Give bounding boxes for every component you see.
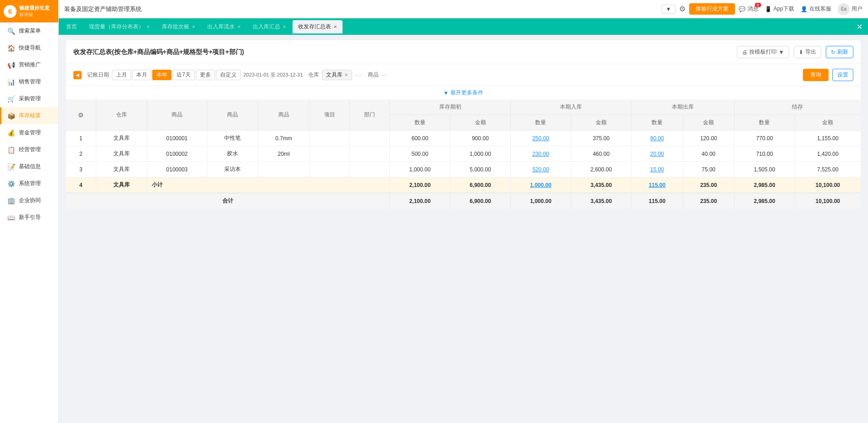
cell-init-qty: 500.00 [390, 146, 450, 162]
tab-stock-dist[interactable]: 现货量（库存分布表） ✕ [83, 20, 155, 33]
cell-out-qty[interactable]: 15.00 [631, 162, 683, 177]
online-service-button[interactable]: 👤 在线客服 [801, 5, 831, 13]
table-settings-icon[interactable]: ⚙ [78, 111, 84, 119]
col-warehouse-header: 仓库 [96, 99, 147, 131]
warehouse-tag-close[interactable]: ✕ [344, 72, 348, 77]
cell-in-qty[interactable]: 520.00 [510, 162, 571, 177]
close-all-tabs-button[interactable]: ✕ [853, 22, 866, 31]
export-button[interactable]: ⬇ 导出 [794, 46, 821, 58]
tab-close-inout-flow[interactable]: ✕ [237, 24, 241, 29]
sidebar-item-guide[interactable]: 📖 新手引导 [0, 209, 58, 226]
sidebar-item-label: 经营管理 [19, 146, 41, 154]
cell-project [310, 131, 350, 146]
cell-init-qty: 1,000.00 [390, 162, 450, 177]
expand-filter-button[interactable]: ▼ 展开更多条件 [443, 89, 484, 97]
sidebar: 6 畅捷通好生意 标准版 🔍 搜索菜单 🏠 快捷导航 📢 营销推广 📊 销售管理… [0, 0, 59, 423]
subtotal-out-qty[interactable]: 115.00 [631, 177, 683, 193]
tab-close-receive-summary[interactable]: ✕ [333, 24, 337, 29]
tab-close-batch[interactable]: ✕ [192, 24, 195, 29]
cell-name: 胶水 [207, 146, 258, 162]
sidebar-item-quick-nav[interactable]: 🏠 快捷导航 [0, 39, 58, 56]
warehouse-filter-label: 仓库 [308, 71, 319, 79]
cell-end-amt: 1,155.00 [795, 131, 861, 146]
total-in-amt: 3,435.00 [571, 193, 631, 209]
tabbar: 首页 现货量（库存分布表） ✕ 库存批次账 ✕ 出入库流水 ✕ 出入库汇总 ✕ … [59, 18, 868, 35]
tab-home[interactable]: 首页 [61, 20, 83, 33]
set-button[interactable]: 设置 [832, 69, 853, 81]
sidebar-item-finance[interactable]: 💰 资金管理 [0, 124, 58, 141]
cell-in-qty[interactable]: 230.00 [510, 146, 571, 162]
sidebar-item-business[interactable]: 📋 经营管理 [0, 141, 58, 158]
total-init-qty: 2,100.00 [390, 193, 450, 209]
cell-in-qty[interactable]: 250.00 [510, 131, 571, 146]
sidebar-item-purchase[interactable]: 🛒 采购管理 [0, 90, 58, 107]
tab-batch[interactable]: 库存批次账 ✕ [156, 20, 201, 33]
cell-code: 0100001 [147, 131, 207, 146]
refresh-button[interactable]: ↻ 刷新 [826, 46, 853, 58]
date-btn-last-month[interactable]: 上月 [112, 70, 131, 80]
date-btn-this-month[interactable]: 本月 [132, 70, 151, 80]
subtotal-in-qty[interactable]: 1,000.00 [510, 177, 571, 193]
col-end-header: 结存 [734, 99, 861, 115]
sidebar-item-sales[interactable]: 📊 销售管理 [0, 73, 58, 90]
table-row: 1 文具库 0100001 中性笔 0.7mm 600.00 900.00 25… [66, 131, 861, 146]
tab-close-stock-dist[interactable]: ✕ [146, 24, 150, 29]
settings-icon[interactable]: ⚙ [679, 5, 686, 13]
topbar: 装备及固定资产辅助管理系统 ▼ ⚙ 体验行业方案 💬 消息 6 📱 App下载 … [59, 0, 868, 18]
product-more[interactable]: ··· [381, 72, 389, 78]
date-btn-custom[interactable]: 自定义 [216, 70, 241, 80]
col-end-amt: 金额 [795, 115, 861, 131]
query-button[interactable]: 查询 [803, 69, 829, 81]
cell-code: 0100002 [147, 146, 207, 162]
col-settings[interactable]: ⚙ [66, 99, 96, 131]
marketing-icon: 📢 [7, 61, 15, 69]
cell-dept [349, 162, 390, 177]
cell-out-qty[interactable]: 20.00 [631, 146, 683, 162]
subtotal-init-qty: 2,100.00 [390, 177, 450, 193]
cell-end-qty: 1,505.00 [734, 162, 795, 177]
message-button[interactable]: 💬 消息 6 [739, 5, 758, 13]
date-buttons: 上月 本月 本年 近7天 更多 自定义 [112, 70, 241, 80]
trial-button[interactable]: 体验行业方案 [689, 3, 735, 15]
system-dropdown[interactable]: ▼ [662, 5, 675, 14]
expand-filter-row: ▼ 展开更多条件 [66, 86, 861, 99]
tab-inout-summary[interactable]: 出入库汇总 ✕ [247, 20, 292, 33]
sidebar-item-system[interactable]: ⚙️ 系统管理 [0, 175, 58, 192]
warehouse-more[interactable]: ··· [355, 72, 362, 78]
cell-dept [349, 146, 390, 162]
avatar: Ea [838, 3, 850, 15]
sidebar-item-marketing[interactable]: 📢 营销推广 [0, 56, 58, 73]
sidebar-item-inventory[interactable]: 📦 库存核算 [0, 107, 58, 124]
sidebar-item-label: 快捷导航 [19, 44, 41, 52]
sidebar-item-search[interactable]: 🔍 搜索菜单 [0, 22, 58, 39]
app-download-button[interactable]: 📱 App下载 [765, 5, 794, 13]
subtotal-out-amt: 235.00 [683, 177, 734, 193]
tab-close-inout-summary[interactable]: ✕ [282, 24, 286, 29]
tab-inout-flow[interactable]: 出入库流水 ✕ [202, 20, 246, 33]
cell-out-qty[interactable]: 80.00 [631, 131, 683, 146]
total-in-qty: 1,000.00 [510, 193, 571, 209]
filter-collapse-button[interactable]: ◀ [73, 71, 82, 79]
sidebar-item-enterprise[interactable]: 🏢 企业协同 [0, 192, 58, 209]
cell-dept [349, 131, 390, 146]
date-btn-more[interactable]: 更多 [196, 70, 215, 80]
cell-warehouse: 文具库 [96, 131, 147, 146]
date-btn-this-year[interactable]: 本年 [152, 70, 171, 80]
col-init-header: 库存期初 [390, 99, 510, 115]
cell-init-amt: 900.00 [450, 131, 511, 146]
date-btn-7days[interactable]: 近7天 [172, 70, 195, 80]
col-out-header: 本期出库 [631, 99, 735, 115]
print-icon: 🖨 [742, 49, 747, 55]
cell-init-qty: 600.00 [390, 131, 450, 146]
sidebar-item-basic[interactable]: 📝 基础信息 [0, 158, 58, 175]
cell-init-amt: 1,000.00 [450, 146, 511, 162]
tab-receive-summary[interactable]: 收发存汇总表 ✕ [293, 20, 343, 33]
page-title: 收发存汇总表(按仓库+商品编码+商品+规格型号+项目+部门) [73, 48, 244, 56]
warehouse-tag[interactable]: 文具库 ✕ [322, 70, 352, 80]
sidebar-item-label: 搜索菜单 [19, 27, 41, 35]
print-button[interactable]: 🖨 按模板打印 ▼ [737, 46, 789, 58]
product-filter-label: 商品 [368, 71, 379, 79]
user-label: 用户 [851, 5, 862, 13]
cell-in-amt: 2,600.00 [571, 162, 631, 177]
user-menu[interactable]: Ea 用户 [838, 3, 862, 15]
